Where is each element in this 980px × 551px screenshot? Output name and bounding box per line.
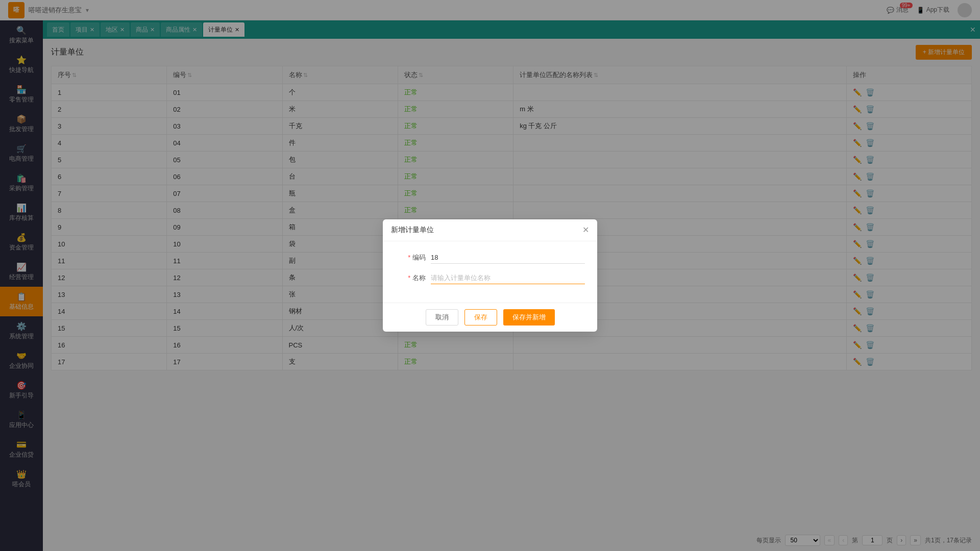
code-label: 编码 <box>395 253 426 262</box>
modal-footer: 取消 保存 保存并新增 <box>383 303 597 332</box>
name-input[interactable] <box>431 272 585 284</box>
name-form-row: 名称 <box>395 272 585 284</box>
save-button[interactable]: 保存 <box>464 309 497 325</box>
modal-title: 新增计量单位 <box>391 226 434 235</box>
modal-close-button[interactable]: ✕ <box>582 226 589 234</box>
modal: 新增计量单位 ✕ 编码 名称 取消 保存 保存并新增 <box>383 219 597 332</box>
name-label: 名称 <box>395 273 426 283</box>
save-new-button[interactable]: 保存并新增 <box>503 309 555 325</box>
modal-overlay: 新增计量单位 ✕ 编码 名称 取消 保存 保存并新增 <box>0 0 980 551</box>
code-form-row: 编码 <box>395 252 585 264</box>
code-input[interactable] <box>431 252 585 264</box>
cancel-button[interactable]: 取消 <box>426 309 458 325</box>
modal-body: 编码 名称 <box>383 241 597 303</box>
modal-header: 新增计量单位 ✕ <box>383 219 597 241</box>
